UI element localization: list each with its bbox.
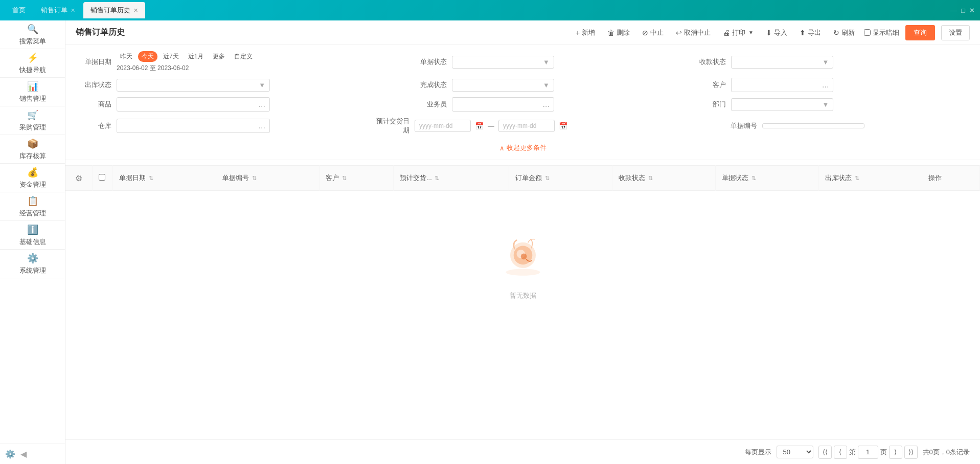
page-title: 销售订单历史 xyxy=(76,27,125,38)
content-area: 销售订单历史 + 新增 🗑 删除 ⊘ 中止 ↩ 取消中止 xyxy=(65,20,980,464)
page-size-select[interactable]: 50 10 20 100 xyxy=(777,446,813,458)
sort-outbound-icon[interactable]: ⇅ xyxy=(855,175,859,181)
th-action-label: 操作 xyxy=(928,174,942,182)
date-range-text: 2023-06-02 至 2023-06-02 xyxy=(117,64,256,73)
outbound-select[interactable]: ▼ xyxy=(117,79,270,92)
salesman-input[interactable]: ... xyxy=(452,97,554,112)
select-all-checkbox[interactable] xyxy=(99,174,105,181)
sidebar-bottom: ⚙️ ◀ xyxy=(0,444,65,464)
sidebar-item-inventory[interactable]: 📦 库存核算 xyxy=(0,135,65,164)
tab-sales-order[interactable]: 销售订单 ✕ xyxy=(34,2,82,18)
dept-select[interactable]: ▼ xyxy=(731,98,833,111)
search-icon: 🔍 xyxy=(27,24,38,35)
calendar-end-icon[interactable]: 📅 xyxy=(559,122,567,130)
th-checkbox xyxy=(93,166,113,191)
customer-dots[interactable]: ... xyxy=(822,80,829,90)
complete-dropdown-icon: ▼ xyxy=(543,81,550,89)
tab-sales-order-close[interactable]: ✕ xyxy=(71,7,75,14)
date-today[interactable]: 今天 xyxy=(138,51,157,62)
sort-customer-icon[interactable]: ⇅ xyxy=(342,175,347,181)
sort-delivery-icon[interactable]: ⇅ xyxy=(435,175,439,181)
payment-label: 收款状态 xyxy=(690,57,731,67)
setting-button[interactable]: 设置 xyxy=(941,25,970,40)
cancel-stop-button[interactable]: ↩ 取消中止 xyxy=(673,26,714,39)
add-label: 新增 xyxy=(582,28,595,37)
purchase-icon: 🛒 xyxy=(27,109,38,121)
complete-select[interactable]: ▼ xyxy=(452,79,554,92)
sidebar-settings-btn[interactable]: ⚙️ xyxy=(5,449,15,459)
toolbar: + 新增 🗑 删除 ⊘ 中止 ↩ 取消中止 🖨 打印 xyxy=(573,25,970,40)
status-select[interactable]: ▼ xyxy=(452,56,554,69)
cancel-stop-label: 取消中止 xyxy=(684,28,711,37)
payment-select[interactable]: ▼ xyxy=(731,56,833,69)
filter-group-doc-number: 单据编号 xyxy=(721,121,970,130)
sidebar-item-sales[interactable]: 📊 销售管理 xyxy=(0,78,65,106)
sidebar-item-basic[interactable]: ℹ️ 基础信息 xyxy=(0,221,65,250)
print-button[interactable]: 🖨 打印 ▼ xyxy=(720,26,757,39)
sort-doc-status-icon[interactable]: ⇅ xyxy=(751,175,756,181)
import-button[interactable]: ⬇ 导入 xyxy=(763,26,790,39)
sales-icon: 📊 xyxy=(27,81,38,92)
next-page-button[interactable]: ⟩ xyxy=(889,446,902,459)
th-date: 单据日期 ⇅ xyxy=(113,166,216,191)
th-number-label: 单据编号 xyxy=(222,174,249,182)
last-page-button[interactable]: ⟩⟩ xyxy=(904,446,918,459)
goods-input[interactable]: ... xyxy=(117,97,270,112)
delivery-date-end[interactable]: yyyy-mm-dd xyxy=(498,120,555,132)
filter-group-complete: 完成状态 ▼ xyxy=(411,79,691,92)
date-separator: — xyxy=(488,122,494,130)
th-payment-status-label: 收款状态 xyxy=(619,174,645,182)
stop-button[interactable]: ⊘ 中止 xyxy=(639,26,667,39)
add-icon: + xyxy=(576,29,580,37)
prev-page-button[interactable]: ⟨ xyxy=(834,446,847,459)
date-more[interactable]: 更多 xyxy=(209,51,229,62)
warehouse-input[interactable]: ... xyxy=(117,119,270,133)
export-button[interactable]: ⬆ 导出 xyxy=(796,26,824,39)
filter-row-1: 单据日期 昨天 今天 近7天 近1月 更多 自定义 2023-06-02 至 2… xyxy=(76,51,970,73)
add-button[interactable]: + 新增 xyxy=(573,26,598,39)
maximize-button[interactable]: □ xyxy=(961,7,965,14)
date-1month[interactable]: 近1月 xyxy=(185,51,208,62)
sort-date-icon[interactable]: ⇅ xyxy=(149,175,153,181)
sidebar-item-finance[interactable]: 💰 资金管理 xyxy=(0,164,65,192)
stop-icon: ⊘ xyxy=(642,29,648,37)
customer-input[interactable]: ... xyxy=(731,78,833,92)
date-7days[interactable]: 近7天 xyxy=(159,51,183,62)
refresh-button[interactable]: ↻ 刷新 xyxy=(830,26,858,39)
delivery-date-start[interactable]: yyyy-mm-dd xyxy=(415,120,471,132)
sort-number-icon[interactable]: ⇅ xyxy=(252,175,257,181)
sidebar-item-purchase[interactable]: 🛒 采购管理 xyxy=(0,106,65,135)
query-button[interactable]: 查询 xyxy=(905,25,935,40)
tab-home[interactable]: 首页 xyxy=(5,2,33,18)
stop-label: 中止 xyxy=(650,28,664,37)
date-custom[interactable]: 自定义 xyxy=(231,51,256,62)
sidebar-item-system[interactable]: ⚙️ 系统管理 xyxy=(0,250,65,278)
th-date-label: 单据日期 xyxy=(119,174,146,182)
minimize-button[interactable]: — xyxy=(950,7,957,14)
tab-sales-history-close[interactable]: ✕ xyxy=(133,7,138,14)
sort-payment-icon[interactable]: ⇅ xyxy=(648,175,653,181)
sort-amount-icon[interactable]: ⇅ xyxy=(545,175,550,181)
table-settings-gear[interactable]: ⚙ xyxy=(72,171,86,185)
goods-dots[interactable]: ... xyxy=(259,100,265,109)
display-cols-checkbox[interactable]: 显示暗细 xyxy=(864,28,899,37)
first-page-button[interactable]: ⟨⟨ xyxy=(818,446,832,459)
sidebar-item-inventory-label: 库存核算 xyxy=(19,151,46,161)
delete-button[interactable]: 🗑 删除 xyxy=(604,26,633,39)
sidebar-item-quicknav[interactable]: ⚡ 快捷导航 xyxy=(0,49,65,78)
pagination: ⟨⟨ ⟨ 第 页 ⟩ ⟩⟩ xyxy=(818,446,918,459)
page-number-input[interactable] xyxy=(858,446,878,459)
display-cols-input[interactable] xyxy=(864,29,871,36)
doc-number-input[interactable] xyxy=(762,123,864,128)
salesman-dots[interactable]: ... xyxy=(543,100,550,109)
collapse-bar[interactable]: ∧ 收起更多条件 xyxy=(76,140,970,153)
warehouse-dots[interactable]: ... xyxy=(259,121,265,130)
tab-sales-history[interactable]: 销售订单历史 ✕ xyxy=(83,2,145,18)
close-button[interactable]: ✕ xyxy=(969,7,975,14)
status-label: 单据状态 xyxy=(411,57,452,67)
date-yesterday[interactable]: 昨天 xyxy=(117,51,136,62)
calendar-start-icon[interactable]: 📅 xyxy=(475,122,484,130)
sidebar-item-search[interactable]: 🔍 搜索菜单 xyxy=(0,20,65,49)
sidebar-collapse-btn[interactable]: ◀ xyxy=(20,449,27,459)
sidebar-item-operation[interactable]: 📋 经营管理 xyxy=(0,192,65,221)
